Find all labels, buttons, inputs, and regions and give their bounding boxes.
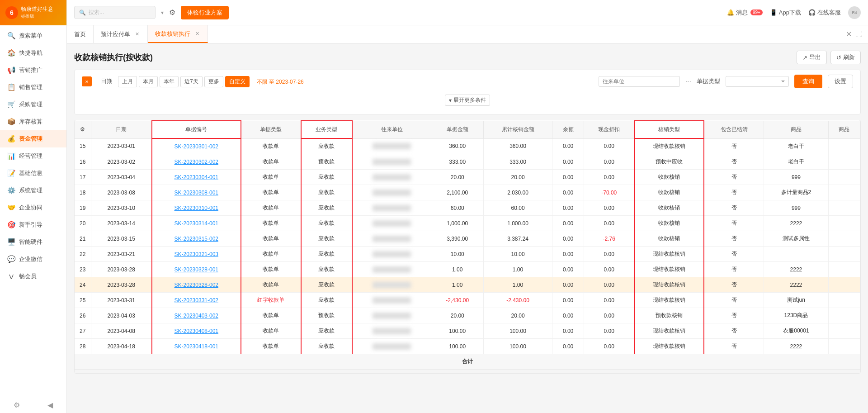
chevron-down-icon: ▾: [449, 97, 452, 104]
filter-settings-button[interactable]: 设置: [828, 75, 853, 88]
tabs-end-btns: ✕ ⛶: [846, 30, 868, 38]
dropdown-chevron-icon[interactable]: ▾: [161, 9, 164, 16]
tab-prepay-close[interactable]: ✕: [134, 31, 140, 38]
cell-coreamt: 1.00: [484, 262, 552, 277]
cell-biztype: 应收款: [301, 339, 352, 354]
cell-singleno[interactable]: SK-20230418-001: [152, 339, 241, 354]
table-row: 252023-03-31SK-20230331-002红字收款单应收款█████…: [75, 293, 860, 308]
sidebar-item-guide[interactable]: 🎯 新手引导: [0, 216, 66, 233]
cell-balance: 0.00: [552, 231, 584, 247]
cell-singleno[interactable]: SK-20230301-002: [152, 138, 241, 154]
sidebar-item-finance[interactable]: 💰 资金管理: [0, 130, 66, 147]
topbar-search[interactable]: 🔍 搜索...: [74, 6, 156, 19]
sidebar-item-operation[interactable]: 📊 经营管理: [0, 147, 66, 165]
export-button[interactable]: ↗ 导出: [797, 51, 827, 64]
cell-amount: -2,430.00: [431, 293, 484, 308]
customer-filter-input[interactable]: [599, 76, 680, 87]
table-row: 182023-03-08SK-20230308-001收款单应收款███████…: [75, 185, 860, 200]
cell-singleno[interactable]: SK-20230310-001: [152, 200, 241, 216]
cell-includesettled: 否: [704, 185, 764, 200]
cell-balance: 0.00: [552, 170, 584, 185]
cell-goods: [764, 247, 828, 262]
col-header-goods: 商品: [764, 121, 828, 138]
cell-singleno[interactable]: SK-20230321-003: [152, 247, 241, 262]
close-tab-icon[interactable]: ✕: [846, 30, 852, 38]
cell-id: 15: [75, 138, 91, 154]
tab-collection[interactable]: 收款核销执行 ✕: [148, 25, 208, 43]
cell-singleno[interactable]: SK-20230328-001: [152, 262, 241, 277]
sidebar-item-basic[interactable]: 📝 基础信息: [0, 165, 66, 182]
sidebar-item-search[interactable]: 🔍 搜索菜单: [0, 27, 66, 44]
cell-singletype: 收款单: [241, 154, 301, 170]
cell-singleno[interactable]: SK-20230304-001: [152, 170, 241, 185]
cell-goods2: [828, 185, 860, 200]
cell-coretype: 现结收款核销: [634, 339, 704, 354]
this-year-btn[interactable]: 本年: [160, 76, 179, 87]
cell-coretype: 现结收款核销: [634, 277, 704, 293]
cell-cashdiscount: 0.00: [584, 323, 635, 339]
receipt-type-select[interactable]: [726, 76, 789, 87]
sidebar-item-hardware[interactable]: 🖥️ 智能硬件: [0, 233, 66, 251]
sidebar-item-inventory[interactable]: 📦 库存核算: [0, 113, 66, 130]
sidebar-item-member[interactable]: V 畅会员: [0, 268, 66, 285]
cell-singleno[interactable]: SK-20230328-002: [152, 277, 241, 293]
expand-filter-arrow[interactable]: »: [82, 76, 92, 86]
table-card: ⚙ 日期 单据编号 单据类型 业务类型 往来单位 单据金额 累计核销金额 余额 …: [74, 120, 861, 374]
headset-icon: 🎧: [808, 9, 816, 16]
cell-goods: 2222: [764, 262, 828, 277]
sidebar-item-quicknav[interactable]: 🏠 快捷导航: [0, 44, 66, 62]
horizontal-scrollbar[interactable]: [75, 370, 860, 373]
col-header-settings[interactable]: ⚙: [75, 121, 91, 138]
table-row: 282023-04-18SK-20230418-001收款单应收款███████…: [75, 339, 860, 354]
cell-singleno[interactable]: SK-20230408-001: [152, 323, 241, 339]
more-date-btn[interactable]: 更多: [204, 76, 223, 87]
cell-singleno[interactable]: SK-20230403-002: [152, 308, 241, 323]
tab-collection-close[interactable]: ✕: [194, 31, 200, 37]
sidebar-item-marketing[interactable]: 📢 营销推广: [0, 62, 66, 79]
custom-date-btn[interactable]: 自定义: [225, 76, 250, 87]
cell-singleno[interactable]: SK-20230308-001: [152, 185, 241, 200]
notification-btn[interactable]: 🔔 消息 99+: [727, 9, 763, 17]
sidebar-item-wxwork[interactable]: 💬 企业微信: [0, 251, 66, 268]
expand-tabs-icon[interactable]: ⛶: [855, 30, 863, 38]
sidebar-item-system[interactable]: ⚙️ 系统管理: [0, 182, 66, 199]
cell-coreamt: 20.00: [484, 170, 552, 185]
cell-balance: 0.00: [552, 247, 584, 262]
query-button[interactable]: 查询: [794, 75, 822, 88]
cell-singleno[interactable]: SK-20230315-002: [152, 231, 241, 247]
filter-card: » 日期 上月 本月 本年 近7天 更多 自定义 不限 至 2023-07-26…: [74, 70, 861, 114]
cell-coreamt: 10.00: [484, 247, 552, 262]
cell-customer: ██████████: [352, 247, 431, 262]
more-filter-icon[interactable]: ···: [685, 77, 691, 85]
solution-button[interactable]: 体验行业方案: [181, 6, 229, 19]
cell-date: 2023-03-31: [91, 293, 152, 308]
sidebar-item-cooperation[interactable]: 🤝 企业协同: [0, 199, 66, 216]
cell-goods: 2222: [764, 277, 828, 293]
tab-home[interactable]: 首页: [67, 25, 94, 43]
app-download-btn[interactable]: 📱 App下载: [770, 9, 801, 17]
cell-goods: 999: [764, 200, 828, 216]
user-avatar[interactable]: Rit: [848, 6, 861, 19]
cell-goods2: [828, 262, 860, 277]
tab-collection-label: 收款核销执行: [155, 30, 190, 38]
online-service-btn[interactable]: 🎧 在线客服: [808, 9, 841, 17]
tab-prepay[interactable]: 预计应付单 ✕: [94, 25, 148, 43]
cell-id: 22: [75, 247, 91, 262]
last-month-btn[interactable]: 上月: [118, 76, 137, 87]
sidebar-nav: 🔍 搜索菜单 🏠 快捷导航 📢 营销推广 📋 销售管理 🛒 采购管理 📦 库存核…: [0, 25, 66, 397]
refresh-button[interactable]: ↺ 刷新: [830, 51, 861, 64]
search-menu-icon: 🔍: [7, 32, 15, 40]
last-7days-btn[interactable]: 近7天: [180, 76, 203, 87]
sidebar-item-purchase[interactable]: 🛒 采购管理: [0, 96, 66, 113]
cell-singleno[interactable]: SK-20230331-002: [152, 293, 241, 308]
sidebar-item-sales[interactable]: 📋 销售管理: [0, 79, 66, 96]
this-month-btn[interactable]: 本月: [139, 76, 158, 87]
expand-more-conditions-btn[interactable]: ▾ 展开更多条件: [445, 95, 490, 106]
collapse-sidebar-btn[interactable]: ◀: [47, 401, 53, 409]
tab-prepay-label: 预计应付单: [101, 30, 130, 38]
cell-biztype: 应收款: [301, 231, 352, 247]
settings-gear-icon[interactable]: ⚙: [169, 8, 175, 17]
cell-singleno[interactable]: SK-20230314-001: [152, 216, 241, 231]
cell-singleno[interactable]: SK-20230302-002: [152, 154, 241, 170]
settings-footer-btn[interactable]: ⚙: [14, 401, 20, 409]
